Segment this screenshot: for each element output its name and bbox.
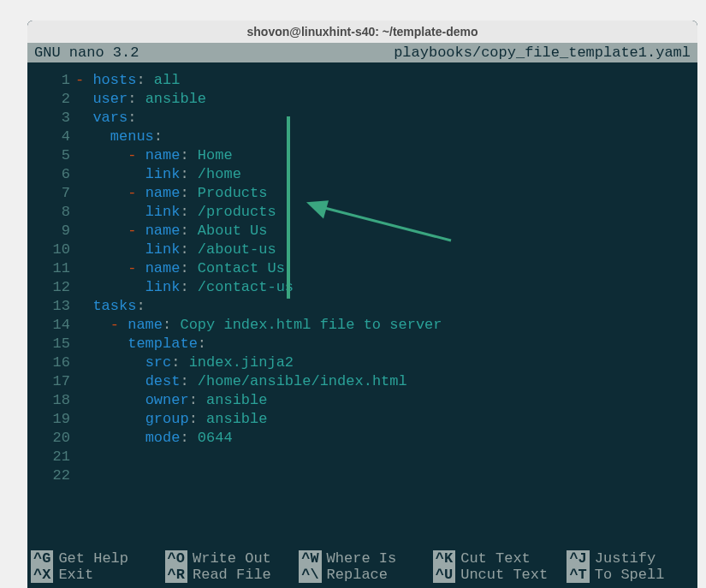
- shortcut-label: Justify: [595, 550, 656, 567]
- code-line[interactable]: 11 - name: Contact Us: [27, 259, 697, 278]
- line-number: 19: [27, 410, 75, 429]
- line-number: 16: [27, 353, 75, 372]
- window-title: shovon@linuxhint-s40: ~/template-demo: [247, 25, 478, 39]
- code-line[interactable]: 14 - name: Copy index.html file to serve…: [27, 316, 697, 335]
- line-number: 21: [27, 448, 75, 466]
- code-content[interactable]: - name: About Us: [75, 222, 697, 241]
- code-line[interactable]: 12 link: /contact-us: [27, 278, 697, 297]
- code-content[interactable]: - name: Contact Us: [75, 259, 697, 278]
- shortcut-label: Exit: [58, 567, 93, 583]
- shortcut-read-file: ^RRead File: [162, 567, 296, 583]
- shortcut-key: ^X: [31, 567, 53, 583]
- code-content[interactable]: owner: ansible: [75, 391, 697, 410]
- line-number: 8: [27, 203, 75, 222]
- shortcut-label: Read File: [193, 567, 271, 583]
- shortcut-label: Where Is: [327, 550, 397, 567]
- line-number: 2: [27, 90, 75, 109]
- shortcut-label: Write Out: [193, 550, 271, 567]
- nano-status-bar: GNU nano 3.2 playbooks/copy_file_templat…: [27, 43, 697, 62]
- code-line[interactable]: 8 link: /products: [27, 203, 697, 222]
- code-line[interactable]: 21: [27, 448, 697, 466]
- line-number: 22: [27, 466, 75, 485]
- terminal-window: shovon@linuxhint-s40: ~/template-demo GN…: [27, 21, 697, 588]
- code-content[interactable]: link: /products: [75, 203, 697, 222]
- code-content[interactable]: dest: /home/ansible/index.html: [75, 372, 697, 391]
- line-number: 10: [27, 241, 75, 259]
- line-number: 17: [27, 372, 75, 391]
- nano-app-title: GNU nano 3.2: [34, 45, 173, 61]
- code-line[interactable]: 2 user: ansible: [27, 90, 697, 109]
- code-line[interactable]: 10 link: /about-us: [27, 241, 697, 259]
- code-line[interactable]: 16 src: index.jinja2: [27, 353, 697, 372]
- line-number: 18: [27, 391, 75, 410]
- code-content[interactable]: - name: Home: [75, 146, 697, 165]
- code-content[interactable]: template:: [75, 335, 697, 353]
- shortcut-key: ^U: [433, 567, 455, 583]
- code-line[interactable]: 19 group: ansible: [27, 410, 697, 429]
- shortcut-uncut-text: ^UUncut Text: [430, 567, 564, 583]
- code-content[interactable]: tasks:: [75, 297, 697, 316]
- code-content[interactable]: [75, 466, 697, 485]
- line-number: 3: [27, 109, 75, 128]
- shortcut-key: ^J: [567, 550, 589, 567]
- shortcut-key: ^R: [165, 567, 187, 583]
- code-line[interactable]: 3 vars:: [27, 109, 697, 128]
- line-number: 15: [27, 335, 75, 353]
- code-line[interactable]: 5 - name: Home: [27, 146, 697, 165]
- shortcut-where-is: ^WWhere Is: [295, 550, 430, 567]
- line-number: 13: [27, 297, 75, 316]
- line-number: 14: [27, 316, 75, 335]
- code-content[interactable]: src: index.jinja2: [75, 353, 697, 372]
- shortcut-key: ^K: [433, 550, 455, 567]
- shortcut-write-out: ^OWrite Out: [162, 550, 296, 567]
- code-line[interactable]: 20 mode: 0644: [27, 429, 697, 448]
- window-title-bar: shovon@linuxhint-s40: ~/template-demo: [27, 21, 697, 43]
- code-content[interactable]: - name: Copy index.html file to server: [75, 316, 697, 335]
- code-line[interactable]: 4 menus:: [27, 128, 697, 146]
- shortcut-get-help: ^GGet Help: [27, 550, 162, 567]
- shortcut-replace: ^\Replace: [295, 567, 430, 583]
- code-content[interactable]: vars:: [75, 109, 697, 128]
- shortcut-label: To Spell: [595, 567, 665, 583]
- code-line[interactable]: 6 link: /home: [27, 165, 697, 184]
- shortcut-label: Get Help: [58, 550, 128, 567]
- code-content[interactable]: mode: 0644: [75, 429, 697, 448]
- shortcut-label: Cut Text: [460, 550, 531, 567]
- shortcut-key: ^O: [165, 550, 187, 567]
- line-number: 7: [27, 184, 75, 203]
- code-content[interactable]: group: ansible: [75, 410, 697, 429]
- code-content[interactable]: menus:: [75, 128, 697, 146]
- shortcut-key: ^T: [567, 567, 589, 583]
- line-number: 6: [27, 165, 75, 184]
- line-number: 20: [27, 429, 75, 448]
- code-content[interactable]: [75, 448, 697, 466]
- code-content[interactable]: - name: Products: [75, 184, 697, 203]
- code-line[interactable]: 1- hosts: all: [27, 71, 697, 90]
- nano-file-path: playbooks/copy_file_template1.yaml: [173, 45, 691, 61]
- line-number: 11: [27, 259, 75, 278]
- code-line[interactable]: 18 owner: ansible: [27, 391, 697, 410]
- editor-area[interactable]: 1- hosts: all2 user: ansible3 vars:4 men…: [27, 62, 697, 549]
- shortcut-cut-text: ^KCut Text: [430, 550, 564, 567]
- code-content[interactable]: link: /about-us: [75, 241, 697, 259]
- code-line[interactable]: 22: [27, 466, 697, 485]
- shortcut-to-spell: ^TTo Spell: [563, 567, 697, 583]
- nano-shortcut-bar: ^GGet Help^OWrite Out^WWhere Is^KCut Tex…: [27, 549, 697, 588]
- shortcut-justify: ^JJustify: [563, 550, 697, 567]
- code-line[interactable]: 13 tasks:: [27, 297, 697, 316]
- code-content[interactable]: user: ansible: [75, 90, 697, 109]
- shortcut-exit: ^XExit: [27, 567, 162, 583]
- code-line[interactable]: 7 - name: Products: [27, 184, 697, 203]
- shortcut-key: ^\: [299, 567, 321, 583]
- line-number: 1: [27, 71, 75, 90]
- code-content[interactable]: link: /contact-us: [75, 278, 697, 297]
- code-content[interactable]: - hosts: all: [75, 71, 697, 90]
- shortcut-label: Replace: [327, 567, 388, 583]
- code-content[interactable]: link: /home: [75, 165, 697, 184]
- line-number: 12: [27, 278, 75, 297]
- code-line[interactable]: 17 dest: /home/ansible/index.html: [27, 372, 697, 391]
- shortcut-label: Uncut Text: [460, 567, 548, 583]
- code-line[interactable]: 15 template:: [27, 335, 697, 353]
- shortcut-key: ^W: [299, 550, 321, 567]
- code-line[interactable]: 9 - name: About Us: [27, 222, 697, 241]
